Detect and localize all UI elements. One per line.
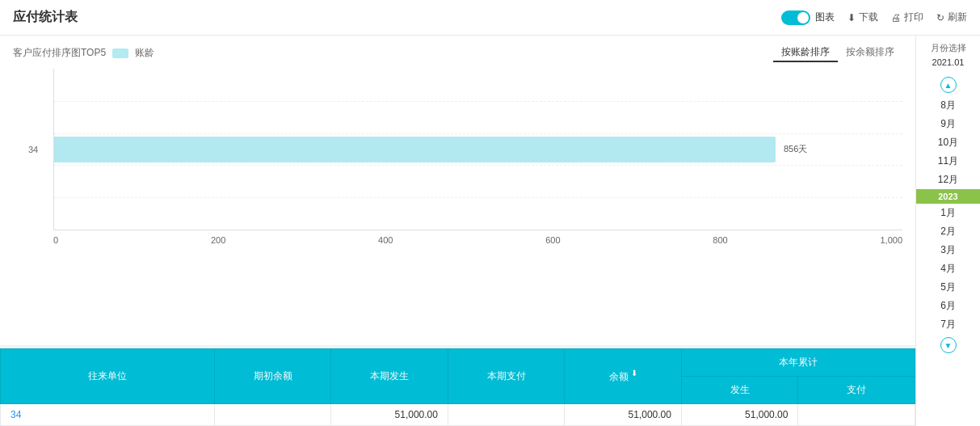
year-2023-label: 2023 — [916, 189, 980, 204]
month-item-3[interactable]: 3月 — [916, 241, 980, 259]
th-col4: 本期支付 — [448, 349, 565, 404]
month-item-10[interactable]: 10月 — [916, 133, 980, 152]
bar-end-label: 856天 — [784, 143, 807, 155]
chart-toggle[interactable] — [781, 11, 810, 25]
right-sidebar: 月份选择 2021.01 ▲ 8月 9月 10月 11月 12月 2023 1月… — [915, 36, 980, 426]
sort-by-amount-tab[interactable]: 按余额排序 — [838, 44, 902, 62]
x-label-0: 0 — [53, 235, 58, 245]
y-axis-label: 34 — [28, 145, 38, 154]
table-section: 往来单位 期初余额 本期发生 本期支付 余额 ⬇ 本年累计 发生 — [0, 348, 915, 426]
td-col6-sub2 — [798, 404, 915, 426]
sidebar-current: 2021.01 — [932, 57, 965, 67]
x-label-800: 800 — [713, 235, 727, 245]
td-col1: 34 — [1, 404, 215, 426]
bar-chart: 34 856天 0 200 400 600 800 1,0 — [13, 69, 902, 279]
content-area: 客户应付排序图TOP5 账龄 按账龄排序 按余额排序 — [0, 36, 980, 426]
td-col5: 51,000.00 — [565, 404, 682, 426]
refresh-icon: ↻ — [936, 12, 944, 23]
page-title: 应付统计表 — [13, 9, 78, 26]
x-label-400: 400 — [378, 235, 393, 245]
td-col3: 51,000.00 — [331, 404, 448, 426]
month-item-7[interactable]: 7月 — [916, 315, 980, 334]
legend-label: 客户应付排序图TOP5 — [13, 46, 106, 60]
x-label-1000: 1,000 — [880, 235, 902, 245]
legend-box-label: 账龄 — [135, 46, 154, 60]
refresh-button[interactable]: ↻ 刷新 — [936, 11, 967, 24]
x-axis: 0 200 400 600 800 1,000 — [53, 235, 902, 245]
main-panel: 客户应付排序图TOP5 账龄 按账龄排序 按余额排序 — [0, 36, 915, 426]
x-label-200: 200 — [211, 235, 225, 245]
month-item-5[interactable]: 5月 — [916, 278, 980, 297]
month-item-2[interactable]: 2月 — [916, 222, 980, 241]
th-col6-sub1: 发生 — [681, 377, 798, 404]
month-item-11[interactable]: 11月 — [916, 152, 980, 171]
month-item-12[interactable]: 12月 — [916, 171, 980, 189]
chart-bar — [54, 137, 776, 162]
data-table: 往来单位 期初余额 本期发生 本期支付 余额 ⬇ 本年累计 发生 — [0, 348, 915, 426]
col1-link[interactable]: 34 — [11, 409, 21, 420]
legend-box — [112, 49, 128, 58]
sort-tabs: 按账龄排序 按余额排序 — [773, 44, 902, 62]
print-button[interactable]: 🖨 打印 — [891, 11, 923, 24]
sort-by-balance-tab[interactable]: 按账龄排序 — [773, 44, 838, 62]
month-list: 8月 9月 10月 11月 12月 2023 1月 2月 3月 4月 5月 6月… — [916, 96, 980, 334]
td-col6-sub1: 51,000.00 — [681, 404, 798, 426]
chart-toggle-wrap: 图表 — [781, 11, 835, 25]
nav-down-button[interactable]: ▼ — [940, 337, 957, 353]
th-col6-sub2: 支付 — [798, 377, 915, 404]
month-item-6[interactable]: 6月 — [916, 297, 980, 315]
month-item-4[interactable]: 4月 — [916, 259, 980, 278]
th-col2: 期初余额 — [214, 349, 331, 404]
th-col3: 本期发生 — [331, 349, 448, 404]
sidebar-title: 月份选择 — [931, 42, 966, 54]
x-label-600: 600 — [545, 235, 560, 245]
month-item-8[interactable]: 8月 — [916, 96, 980, 115]
th-col5: 余额 ⬇ — [565, 349, 682, 404]
month-item-1[interactable]: 1月 — [916, 204, 980, 222]
download-button[interactable]: ⬇ 下载 — [848, 11, 878, 24]
td-col4 — [448, 404, 565, 426]
chart-header: 客户应付排序图TOP5 账龄 按账龄排序 按余额排序 — [13, 44, 902, 62]
download-icon: ⬇ — [848, 12, 856, 23]
month-item-9[interactable]: 9月 — [916, 115, 980, 133]
nav-up-button[interactable]: ▲ — [940, 77, 957, 93]
th-col6: 本年累计 — [681, 349, 915, 377]
table-row: 34 51,000.00 51,000.00 51,000.00 — [1, 404, 915, 426]
header: 应付统计表 图表 ⬇ 下载 🖨 打印 ↻ 刷新 — [0, 0, 980, 36]
print-icon: 🖨 — [891, 12, 901, 23]
header-actions: 图表 ⬇ 下载 🖨 打印 ↻ 刷新 — [781, 11, 967, 25]
table-header-row: 往来单位 期初余额 本期发生 本期支付 余额 ⬇ 本年累计 — [1, 349, 915, 377]
th-col1: 往来单位 — [1, 349, 215, 404]
td-col2 — [214, 404, 331, 426]
chart-section: 客户应付排序图TOP5 账龄 按账龄排序 按余额排序 — [0, 36, 915, 345]
chart-legend: 客户应付排序图TOP5 账龄 — [13, 46, 154, 60]
toggle-label: 图表 — [815, 11, 835, 24]
chart-plot: 34 856天 — [53, 69, 902, 230]
